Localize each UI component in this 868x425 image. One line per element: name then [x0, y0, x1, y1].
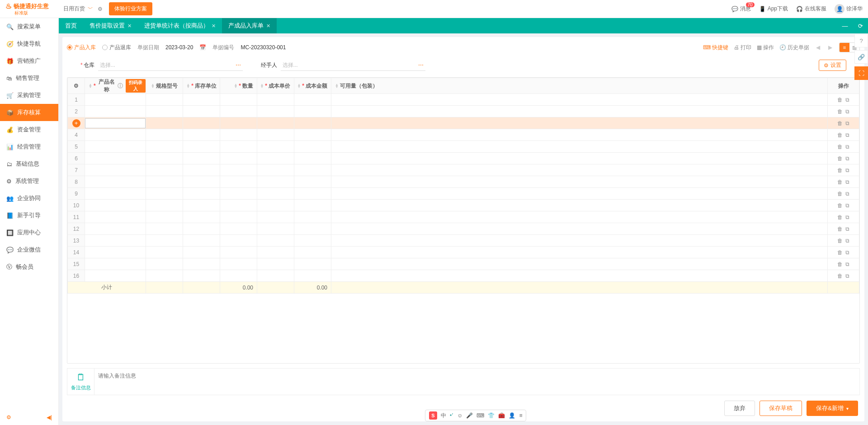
cell-unit[interactable] — [183, 235, 220, 247]
cell-product-name[interactable] — [85, 235, 146, 247]
mode-return-radio[interactable]: 产品退库 — [102, 44, 131, 51]
save-new-button[interactable]: 保存&新增▾ — [807, 401, 858, 416]
cell-spec[interactable] — [146, 176, 183, 188]
cell-price[interactable] — [257, 270, 294, 282]
messages-button[interactable]: 💬消息 70 — [731, 5, 751, 13]
table-row[interactable]: 12🗑⧉ — [68, 223, 859, 235]
gear-icon[interactable]: ⚙ — [98, 6, 103, 12]
copy-row-icon[interactable]: ⧉ — [845, 120, 849, 126]
cell-price[interactable] — [257, 117, 294, 129]
cell-amount[interactable] — [294, 223, 331, 235]
help-icon[interactable]: ⓘ — [118, 82, 123, 90]
cell-qty[interactable] — [220, 176, 257, 188]
delete-row-icon[interactable]: 🗑 — [837, 214, 843, 220]
tab-purchase-stats[interactable]: 进货单统计表（按商品）✕ — [138, 18, 222, 33]
copy-row-icon[interactable]: ⧉ — [845, 97, 849, 103]
close-icon[interactable]: ✕ — [266, 23, 270, 29]
col-qty[interactable]: ▲▼*数量 — [220, 78, 257, 94]
ime-keyboard-icon[interactable]: ⌨ — [476, 412, 484, 419]
sidebar-item-collab[interactable]: 👥企业协同 — [0, 190, 58, 207]
cell-spec[interactable] — [146, 258, 183, 270]
cell-unit[interactable] — [183, 200, 220, 211]
cell-product-name[interactable] — [85, 117, 146, 129]
cell-amount[interactable] — [294, 106, 331, 117]
sidebar-item-funds[interactable]: 💰资金管理 — [0, 121, 58, 138]
cell-price[interactable] — [257, 94, 294, 106]
rail-help-icon[interactable]: ? — [854, 34, 868, 47]
cell-qty[interactable] — [220, 106, 257, 117]
sidebar-settings-icon[interactable]: ⚙ — [6, 414, 11, 420]
cell-product-name[interactable] — [85, 176, 146, 188]
sidebar-item-wechat[interactable]: 💬企业微信 — [0, 241, 58, 258]
table-row[interactable]: 1🗑⧉ — [68, 94, 859, 106]
cell-unit[interactable] — [183, 129, 220, 141]
cell-unit[interactable] — [183, 141, 220, 153]
cell-price[interactable] — [257, 176, 294, 188]
cell-qty[interactable] — [220, 200, 257, 211]
copy-row-icon[interactable]: ⧉ — [845, 155, 849, 162]
add-row-icon[interactable]: + — [72, 119, 80, 127]
delete-row-icon[interactable]: 🗑 — [837, 261, 843, 267]
cell-unit[interactable] — [183, 247, 220, 258]
table-row[interactable]: 10🗑⧉ — [68, 200, 859, 211]
cell-product-name[interactable] — [85, 141, 146, 153]
cell-spec[interactable] — [146, 200, 183, 211]
table-row[interactable]: 15🗑⧉ — [68, 258, 859, 270]
copy-row-icon[interactable]: ⧉ — [845, 108, 849, 115]
table-row[interactable]: 14🗑⧉ — [68, 247, 859, 258]
more-icon[interactable]: ⋯ — [418, 62, 424, 68]
cell-product-name[interactable] — [85, 211, 146, 223]
cell-available[interactable] — [331, 200, 828, 211]
copy-row-icon[interactable]: ⧉ — [845, 144, 849, 150]
cell-available[interactable] — [331, 129, 828, 141]
cell-spec[interactable] — [146, 164, 183, 176]
cell-unit[interactable] — [183, 223, 220, 235]
col-spec[interactable]: ▲▼规格型号 — [146, 78, 183, 94]
cell-qty[interactable] — [220, 223, 257, 235]
cell-available[interactable] — [331, 223, 828, 235]
sogou-icon[interactable]: S — [429, 411, 437, 420]
cell-available[interactable] — [331, 117, 828, 129]
minimize-icon[interactable]: — — [837, 18, 853, 33]
copy-row-icon[interactable]: ⧉ — [845, 202, 849, 209]
delete-row-icon[interactable]: 🗑 — [837, 238, 843, 244]
ime-smile-icon[interactable]: ☺ — [457, 412, 462, 419]
sidebar-item-vip[interactable]: Ⓥ畅会员 — [0, 258, 58, 276]
cell-amount[interactable] — [294, 200, 331, 211]
cell-product-name[interactable] — [85, 247, 146, 258]
rail-expand-icon[interactable]: ⛶ — [854, 66, 868, 80]
list-view-icon[interactable]: ≡ — [840, 43, 849, 52]
copy-row-icon[interactable]: ⧉ — [845, 214, 849, 220]
cell-price[interactable] — [257, 164, 294, 176]
history-button[interactable]: 🕘历史单据 — [779, 44, 809, 51]
cell-qty[interactable] — [220, 270, 257, 282]
table-row[interactable]: 8🗑⧉ — [68, 176, 859, 188]
cell-qty[interactable] — [220, 117, 257, 129]
sidebar-item-basedata[interactable]: 🗂基础信息 — [0, 155, 58, 173]
cell-amount[interactable] — [294, 258, 331, 270]
cell-amount[interactable] — [294, 129, 331, 141]
cell-product-name[interactable] — [85, 129, 146, 141]
table-row[interactable]: 13🗑⧉ — [68, 235, 859, 247]
cell-price[interactable] — [257, 153, 294, 164]
app-download-button[interactable]: 📱App下载 — [759, 5, 788, 13]
cell-unit[interactable] — [183, 270, 220, 282]
more-icon[interactable]: ⋯ — [236, 62, 241, 68]
col-amount[interactable]: ▲▼*成本金额 — [294, 78, 331, 94]
cell-amount[interactable] — [294, 235, 331, 247]
sidebar-collapse-icon[interactable]: ◀| — [47, 414, 52, 420]
cell-spec[interactable] — [146, 94, 183, 106]
ime-toolbox-icon[interactable]: 🧰 — [498, 412, 505, 419]
sidebar-item-purchase[interactable]: 🛒采购管理 — [0, 87, 58, 104]
sidebar-item-search[interactable]: 🔍搜索菜单 — [0, 18, 58, 35]
cell-spec[interactable] — [146, 235, 183, 247]
cell-price[interactable] — [257, 247, 294, 258]
cell-available[interactable] — [331, 211, 828, 223]
cell-qty[interactable] — [220, 153, 257, 164]
delete-row-icon[interactable]: 🗑 — [837, 202, 843, 209]
cell-amount[interactable] — [294, 211, 331, 223]
online-service-button[interactable]: 🎧在线客服 — [796, 5, 826, 13]
user-menu[interactable]: 👤徐泽华 — [835, 4, 863, 14]
cell-price[interactable] — [257, 129, 294, 141]
cell-amount[interactable] — [294, 247, 331, 258]
